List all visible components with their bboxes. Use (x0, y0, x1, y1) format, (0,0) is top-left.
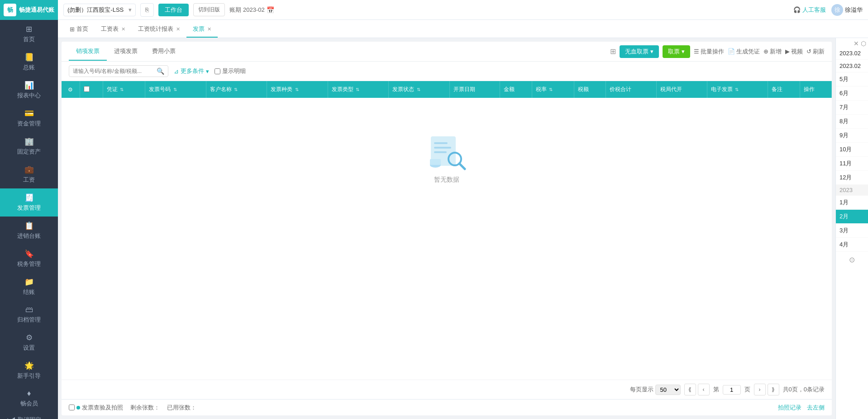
switch-version-button[interactable]: 切到旧版 (193, 3, 225, 16)
subtab-actions: ⊞ 无血取票 ▾ 取票 ▾ ☰ 批量操作 📄 生成凭 (610, 45, 825, 58)
tab-invoice-close[interactable]: ✕ (207, 26, 211, 32)
sort-icon: ⇅ (173, 87, 177, 92)
col-invoice-status[interactable]: 发票状态 ⇅ (389, 81, 450, 98)
search-icon[interactable]: 🔍 (157, 67, 164, 75)
svg-rect-1 (434, 142, 448, 144)
scroll-bottom-indicator: ⊙ (836, 252, 868, 268)
tab-salary-close[interactable]: ✕ (121, 26, 125, 32)
col-tax-rate[interactable]: 税率 ⇅ (532, 81, 574, 98)
date-entry-2023-4[interactable]: 4月 (836, 238, 868, 252)
photo-record-link[interactable]: 拍照记录 (778, 404, 801, 412)
search-input[interactable] (73, 68, 155, 74)
app-name: 畅捷通易代账 (19, 6, 54, 14)
date-entry-11[interactable]: 11月 (836, 157, 868, 171)
sidebar-item-settings[interactable]: ⚙ 设置 (0, 328, 58, 356)
col-open-date[interactable]: 开票日期 (449, 81, 500, 98)
page-prev-button[interactable]: ‹ (698, 384, 710, 395)
video-button[interactable]: ▶ 视频 (785, 48, 803, 56)
sidebar-item-member[interactable]: ♦ 畅会员 (0, 385, 58, 412)
show-detail-checkbox[interactable] (215, 68, 220, 74)
col-tax[interactable]: 税额 (574, 81, 606, 98)
sidebar-item-funds[interactable]: 💳 资金管理 (0, 104, 58, 132)
col-tax-total[interactable]: 价税合计 (606, 81, 657, 98)
sidebar-item-archive[interactable]: 🗃 归档管理 (0, 301, 58, 328)
subtab-purchase-invoice[interactable]: 进项发票 (107, 43, 145, 61)
copy-icon[interactable]: ⎘ (140, 3, 154, 17)
add-new-button[interactable]: ⊕ 新增 (763, 48, 782, 56)
sidebar-collapse-btn[interactable]: ◀ ◀ 取消固定 (0, 412, 58, 419)
tab-salary-stat[interactable]: 工资统计报表 ✕ (132, 21, 186, 38)
col-check[interactable] (80, 81, 103, 98)
date-entry-8[interactable]: 8月 (836, 115, 868, 129)
col-remark[interactable]: 备注 (768, 81, 800, 98)
close-date-panel-icon[interactable]: ✕ (854, 40, 859, 47)
sidebar-item-ledger[interactable]: 📒 总账 (0, 48, 58, 76)
gen-voucher-button[interactable]: 📄 生成凭证 (728, 48, 760, 56)
sort-icon: ⇅ (417, 87, 420, 92)
refresh-button[interactable]: ↺ 刷新 (806, 48, 825, 56)
date-entry-10[interactable]: 10月 (836, 143, 868, 157)
tab-home[interactable]: ⊞ 首页 (63, 21, 95, 38)
date-entry-2023-02-second[interactable]: 2023.02 (836, 60, 868, 72)
more-conditions-button[interactable]: ⊿ 更多条件 ▾ (174, 67, 209, 75)
sidebar-item-sales-ledger[interactable]: 📋 进销台账 (0, 217, 58, 245)
invoice-verify-button[interactable]: 发票查验及拍照 (69, 404, 123, 412)
col-invoice-no[interactable]: 发票号码 ⇅ (145, 81, 206, 98)
company-selector[interactable]: (勿删）江西股宝-LSS ▾ (63, 4, 136, 16)
page-size-dropdown[interactable]: 20 50 100 (655, 385, 681, 395)
user-menu[interactable]: 徐 徐溢华 (831, 4, 863, 16)
col-invoice-type[interactable]: 发票种类 ⇅ (267, 81, 328, 98)
sidebar-item-close[interactable]: 📁 结账 (0, 273, 58, 301)
page-unit: 页 (744, 385, 750, 394)
sidebar-item-salary[interactable]: 💼 工资 (0, 160, 58, 188)
sidebar-item-reports[interactable]: 📊 报表中心 (0, 76, 58, 104)
col-tax-code[interactable]: 税局代开 (657, 81, 707, 98)
customer-service-link[interactable]: 🎧 人工客服 (793, 6, 826, 14)
sidebar-item-guide[interactable]: 🌟 新手引导 (0, 356, 58, 385)
assets-icon: 🏢 (24, 137, 34, 146)
ticket-button[interactable]: 取票 ▾ (663, 45, 690, 58)
page-input[interactable] (723, 385, 741, 395)
sidebar-item-tax[interactable]: 🔖 税务管理 (0, 245, 58, 273)
date-entry-2023-02-first[interactable]: 2023.02 (836, 47, 868, 60)
date-entry-6[interactable]: 6月 (836, 87, 868, 101)
col-settings[interactable]: ⚙ (62, 81, 80, 98)
svg-rect-7 (430, 159, 441, 165)
grid-view-icon[interactable]: ⊞ (610, 47, 616, 56)
subtab-sales-invoice[interactable]: 销项发票 (69, 43, 107, 61)
col-e-invoice[interactable]: 电子发票 ⇅ (707, 81, 768, 98)
page-next-button[interactable]: › (754, 384, 766, 395)
expand-date-panel-icon[interactable]: ⬡ (861, 40, 866, 47)
verify-checkbox[interactable] (69, 405, 75, 410)
workbench-button[interactable]: 工作台 (158, 4, 189, 16)
page-last-button[interactable]: ⟫ (768, 384, 779, 395)
salary-icon: 💼 (24, 165, 34, 174)
col-amount[interactable]: 金额 (500, 81, 532, 98)
period-calendar-icon[interactable]: 📅 (267, 6, 274, 14)
tab-invoice[interactable]: 发票 ✕ (186, 21, 218, 38)
col-invoice-category[interactable]: 发票类型 ⇅ (328, 81, 389, 98)
date-entry-5[interactable]: 5月 (836, 72, 868, 87)
sidebar-item-assets[interactable]: 🏢 固定资产 (0, 132, 58, 160)
date-entry-2023-1[interactable]: 1月 (836, 196, 868, 210)
sidebar: 畅 畅捷通易代账 ⊞ 首页 📒 总账 📊 报表中心 💳 资金管理 🏢 固定资产 … (0, 0, 58, 419)
sidebar-item-invoice-mgmt[interactable]: 🧾 发票管理 (0, 188, 58, 217)
select-all-checkbox[interactable] (84, 86, 90, 92)
show-detail-label[interactable]: 显示明细 (215, 67, 246, 75)
date-entry-7[interactable]: 7月 (836, 101, 868, 115)
tab-salary-stat-close[interactable]: ✕ (176, 26, 180, 32)
date-entry-9[interactable]: 9月 (836, 129, 868, 143)
go-left-link[interactable]: 去左侧 (807, 404, 825, 412)
date-entry-2023-2[interactable]: 2月 (836, 210, 868, 224)
sidebar-item-home[interactable]: ⊞ 首页 (0, 20, 58, 48)
sidebar-item-label: 结账 (23, 288, 35, 296)
no-ticket-button[interactable]: 无血取票 ▾ (620, 45, 659, 58)
col-voucher[interactable]: 凭证 ⇅ (103, 81, 145, 98)
subtab-expense-receipt[interactable]: 费用小票 (145, 43, 183, 61)
page-first-button[interactable]: ⟪ (684, 384, 696, 395)
tab-salary[interactable]: 工资表 ✕ (95, 21, 132, 38)
batch-ops-button[interactable]: ☰ 批量操作 (694, 48, 724, 56)
date-entry-2023-3[interactable]: 3月 (836, 224, 868, 238)
date-entry-12[interactable]: 12月 (836, 171, 868, 185)
col-customer[interactable]: 客户名称 ⇅ (206, 81, 267, 98)
